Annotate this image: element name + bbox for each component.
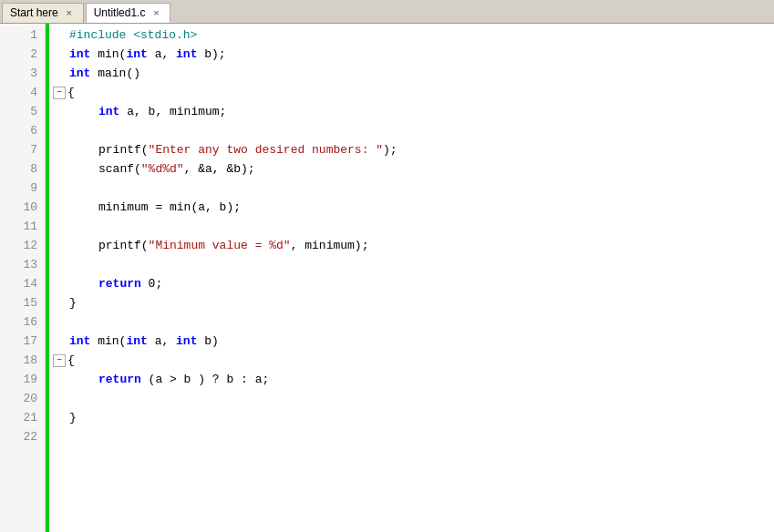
- token: #include <stdio.h>: [69, 26, 197, 45]
- token: int: [176, 45, 197, 64]
- token: (a > b ) ? b : a;: [141, 370, 269, 389]
- line-number-18: 18: [0, 351, 45, 370]
- token: "Minimum value = %d": [149, 236, 291, 255]
- code-line-18: −{: [53, 351, 774, 370]
- code-line-2: int min(int a, int b);: [53, 45, 774, 64]
- line-number-1: 1: [0, 26, 45, 45]
- token: a, b, minimum;: [119, 102, 226, 121]
- token: minimum = min(a, b);: [98, 198, 241, 217]
- code-line-10: minimum = min(a, b);: [53, 198, 774, 217]
- code-line-22: [53, 427, 774, 446]
- code-line-17: int min(int a, int b): [53, 332, 774, 351]
- line-number-15: 15: [0, 293, 45, 312]
- token: }: [69, 293, 77, 312]
- line-number-8: 8: [0, 159, 45, 179]
- code-line-19: return (a > b ) ? b : a;: [53, 370, 774, 389]
- token: min(: [90, 332, 126, 351]
- token: int: [98, 102, 119, 121]
- token: , minimum);: [291, 236, 369, 255]
- token: "%d%d": [141, 159, 184, 179]
- code-line-3: int main(): [53, 64, 774, 83]
- tab-label-0: Start here: [10, 6, 58, 19]
- line-number-21: 21: [0, 408, 45, 427]
- code-line-12: printf("Minimum value = %d", minimum);: [53, 236, 774, 255]
- token: , &a, &b);: [184, 159, 255, 179]
- token: printf(: [98, 140, 149, 159]
- token: return: [98, 274, 141, 293]
- line-number-4: 4: [0, 83, 45, 102]
- token: a,: [148, 332, 176, 351]
- line-number-22: 22: [0, 427, 45, 446]
- line-numbers: 12345678910111213141516171819202122: [0, 24, 46, 532]
- token: );: [383, 140, 397, 159]
- line-number-3: 3: [0, 64, 45, 83]
- line-number-10: 10: [0, 198, 45, 217]
- line-number-20: 20: [0, 389, 45, 408]
- line-number-9: 9: [0, 179, 45, 198]
- token: a,: [148, 45, 176, 64]
- token: main(): [90, 64, 140, 83]
- line-number-11: 11: [0, 217, 45, 236]
- token: {: [67, 83, 75, 102]
- token: {: [67, 351, 75, 370]
- tab-0[interactable]: Start here×: [2, 3, 84, 23]
- token: int: [69, 64, 90, 83]
- token: int: [176, 332, 197, 351]
- tab-bar: Start here×Untitled1.c×: [0, 0, 774, 24]
- code-content[interactable]: #include <stdio.h>int min(int a, int b);…: [49, 24, 774, 532]
- code-line-5: int a, b, minimum;: [53, 102, 774, 121]
- code-line-1: #include <stdio.h>: [53, 26, 774, 45]
- token: b): [197, 332, 218, 351]
- code-line-20: [53, 389, 774, 408]
- editor: 12345678910111213141516171819202122 #inc…: [0, 24, 774, 532]
- line-number-7: 7: [0, 140, 45, 159]
- token: int: [69, 332, 90, 351]
- token: }: [69, 408, 77, 427]
- token: scanf(: [98, 159, 141, 179]
- code-line-9: [53, 179, 774, 198]
- code-line-4: −{: [53, 83, 774, 102]
- line-number-14: 14: [0, 274, 45, 293]
- fold-icon-18[interactable]: −: [53, 354, 66, 367]
- line-number-17: 17: [0, 332, 45, 351]
- token: b);: [197, 45, 225, 64]
- line-number-13: 13: [0, 255, 45, 274]
- code-line-21: }: [53, 408, 774, 427]
- line-number-5: 5: [0, 102, 45, 121]
- tab-1[interactable]: Untitled1.c×: [86, 3, 171, 23]
- tab-close-0[interactable]: ×: [63, 6, 76, 19]
- line-number-6: 6: [0, 121, 45, 140]
- tab-label-1: Untitled1.c: [94, 6, 146, 19]
- token: "Enter any two desired numbers: ": [149, 140, 383, 159]
- line-number-12: 12: [0, 236, 45, 255]
- line-number-2: 2: [0, 45, 45, 64]
- fold-icon-4[interactable]: −: [53, 87, 66, 99]
- code-line-16: [53, 312, 774, 332]
- token: min(: [90, 45, 126, 64]
- token: int: [126, 332, 147, 351]
- line-number-16: 16: [0, 312, 45, 332]
- token: return: [98, 370, 141, 389]
- token: 0;: [141, 274, 162, 293]
- code-line-11: [53, 217, 774, 236]
- code-line-8: scanf("%d%d", &a, &b);: [53, 159, 774, 179]
- code-line-6: [53, 121, 774, 140]
- token: int: [126, 45, 147, 64]
- code-line-7: printf("Enter any two desired numbers: "…: [53, 140, 774, 159]
- code-line-15: }: [53, 293, 774, 312]
- tab-close-1[interactable]: ×: [150, 6, 162, 19]
- line-number-19: 19: [0, 370, 45, 389]
- token: int: [69, 45, 90, 64]
- code-line-14: return 0;: [53, 274, 774, 293]
- token: printf(: [98, 236, 149, 255]
- code-line-13: [53, 255, 774, 274]
